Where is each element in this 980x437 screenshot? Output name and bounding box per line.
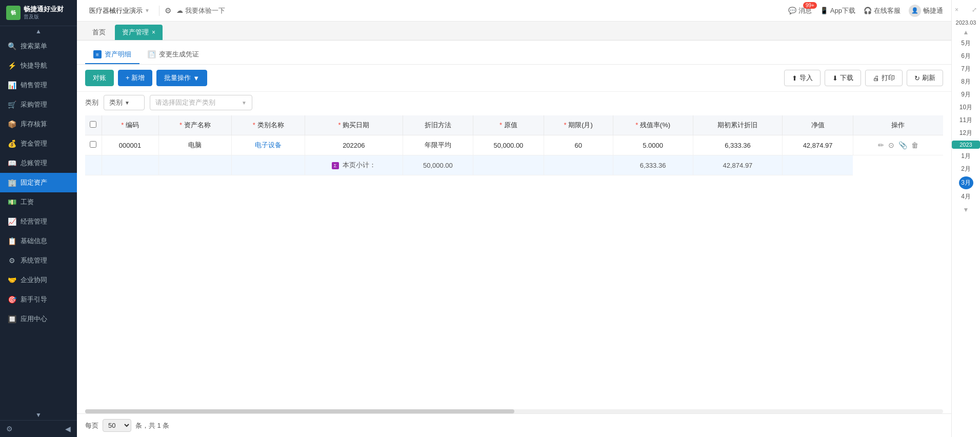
print-button[interactable]: 🖨 打印 bbox=[865, 70, 903, 86]
month-5[interactable]: 5月 bbox=[958, 37, 973, 50]
panel-down-nav[interactable]: ▼ bbox=[952, 205, 980, 214]
sidebar-item-ledger[interactable]: 📖 总账管理 bbox=[0, 153, 77, 173]
cell-name: 电脑 bbox=[158, 135, 232, 155]
month-7[interactable]: 7月 bbox=[958, 63, 973, 75]
print-label: 打印 bbox=[882, 73, 895, 83]
gear-icon[interactable]: ⚙ bbox=[165, 6, 171, 15]
month-12[interactable]: 12月 bbox=[958, 127, 973, 140]
attach-icon[interactable]: 📎 bbox=[898, 141, 907, 149]
category-type-value: 类别 bbox=[109, 98, 123, 107]
cell-code: 000001 bbox=[102, 135, 158, 155]
batch-ops-label: 批量操作 bbox=[164, 73, 191, 83]
month-3-current[interactable]: 3月 bbox=[959, 176, 973, 189]
sidebar-item-basic-info[interactable]: 📋 基础信息 bbox=[0, 231, 77, 251]
avatar: 👤 bbox=[909, 5, 921, 17]
sidebar-scroll-up[interactable]: ▲ bbox=[0, 26, 77, 36]
app-download-label: App下载 bbox=[830, 6, 855, 15]
sidebar-item-payroll[interactable]: 💵 工资 bbox=[0, 192, 77, 212]
topbar: 医疗器械行业演示 ▼ ⚙ ☁ 我要体验一下 💬 消息 99+ 📱 App下载 🎧… bbox=[77, 0, 951, 22]
reconcile-button[interactable]: 对账 bbox=[85, 70, 114, 86]
month-2[interactable]: 2月 bbox=[959, 163, 973, 175]
select-all-checkbox[interactable] bbox=[90, 121, 96, 128]
month-11[interactable]: 11月 bbox=[958, 114, 973, 127]
new-button[interactable]: + 新增 bbox=[118, 70, 152, 86]
asset-category-placeholder: 请选择固定资产类别 bbox=[155, 98, 215, 107]
month-1[interactable]: 1月 bbox=[959, 150, 973, 163]
tab-asset-detail[interactable]: ≡ 资产明细 bbox=[85, 46, 139, 64]
subtotal-empty-4 bbox=[232, 155, 305, 175]
col-dep-method: 折旧方法 bbox=[403, 115, 473, 135]
delete-icon[interactable]: 🗑 bbox=[911, 141, 918, 149]
tab-home[interactable]: 首页 bbox=[85, 25, 113, 40]
panel-collapse-icon[interactable]: × bbox=[955, 6, 958, 13]
online-support-label: 在线客服 bbox=[874, 6, 901, 15]
sidebar-item-quick-nav[interactable]: ⚡ 快捷导航 bbox=[0, 56, 77, 75]
sidebar-item-system[interactable]: ⚙ 系统管理 bbox=[0, 251, 77, 270]
app-logo: 畅 bbox=[6, 6, 21, 20]
sidebar-item-guide[interactable]: 🎯 新手引导 bbox=[0, 290, 77, 309]
panel-expand-icon[interactable]: ⤢ bbox=[972, 6, 977, 13]
select-all-header[interactable] bbox=[85, 115, 102, 135]
cloud-icon: ☁ bbox=[176, 7, 183, 14]
sidebar-item-label: 资金管理 bbox=[21, 139, 47, 148]
subtotal-empty-7 bbox=[783, 155, 853, 175]
panel-up-nav[interactable]: ▲ bbox=[952, 28, 980, 37]
finance-icon: 💰 bbox=[7, 139, 16, 148]
row-checkbox-cell[interactable] bbox=[85, 135, 102, 155]
messages-btn[interactable]: 💬 消息 99+ bbox=[788, 6, 812, 15]
subtotal-net-value: 42,874.97 bbox=[693, 155, 783, 175]
subtotal-empty-3 bbox=[158, 155, 232, 175]
sidebar-nav: 🔍 搜索菜单 ⚡ 快捷导航 📊 销售管理 🛒 采购管理 📦 库存核算 💰 资金管… bbox=[0, 36, 77, 410]
month-10[interactable]: 10月 bbox=[958, 101, 973, 114]
sidebar-item-purchase[interactable]: 🛒 采购管理 bbox=[0, 95, 77, 114]
settings-icon[interactable]: ⚙ bbox=[6, 425, 13, 433]
sidebar-item-enterprise[interactable]: 🤝 企业协同 bbox=[0, 270, 77, 290]
tab-close-icon[interactable]: × bbox=[152, 29, 155, 36]
tab-asset-management[interactable]: 资产管理 × bbox=[115, 25, 163, 40]
batch-ops-button[interactable]: 批量操作 ▼ bbox=[156, 70, 207, 86]
right-panel: × ⤢ 2023.03 ▲ 5月 6月 7月 8月 9月 10月 11月 12月… bbox=[951, 0, 980, 437]
action-buttons: ✏ ⊙ 📎 🗑 bbox=[857, 141, 939, 149]
tab-change-voucher[interactable]: 📄 变更生成凭证 bbox=[139, 46, 207, 64]
experience-text: 我要体验一下 bbox=[185, 6, 225, 15]
sidebar-item-app-center[interactable]: 🔲 应用中心 bbox=[0, 309, 77, 329]
subtotal-label-cell: Σ 本页小计： bbox=[305, 155, 403, 175]
user-menu[interactable]: 👤 畅捷通 bbox=[909, 5, 943, 17]
collapse-icon[interactable]: ◀ bbox=[65, 425, 71, 433]
page-size-select[interactable]: 50 100 200 bbox=[103, 419, 131, 432]
category-type-select[interactable]: 类别 ▼ bbox=[104, 95, 145, 110]
experience-btn[interactable]: ☁ 我要体验一下 bbox=[176, 6, 225, 15]
curr-year-months: 1月 2月 3月 4月 bbox=[959, 150, 973, 203]
edit-icon[interactable]: ✏ bbox=[878, 141, 884, 149]
month-9[interactable]: 9月 bbox=[958, 88, 973, 101]
row-checkbox[interactable] bbox=[90, 141, 96, 148]
right-panel-header: × ⤢ bbox=[952, 4, 980, 17]
sidebar-scroll-down[interactable]: ▼ bbox=[0, 410, 77, 420]
download-button[interactable]: ⬇ 下载 bbox=[825, 70, 861, 86]
online-support-btn[interactable]: 🎧 在线客服 bbox=[864, 6, 901, 15]
sidebar-item-finance[interactable]: 💰 资金管理 bbox=[0, 134, 77, 153]
sidebar-item-search[interactable]: 🔍 搜索菜单 bbox=[0, 36, 77, 56]
month-4[interactable]: 4月 bbox=[959, 190, 973, 203]
app-download-btn[interactable]: 📱 App下载 bbox=[820, 6, 855, 15]
cell-original-value: 50,000.00 bbox=[473, 135, 544, 155]
year-2023-label[interactable]: 2023 bbox=[952, 141, 980, 149]
cell-period: 60 bbox=[544, 135, 613, 155]
month-6[interactable]: 6月 bbox=[958, 50, 973, 63]
sidebar-item-operations[interactable]: 📈 经营管理 bbox=[0, 212, 77, 231]
sidebar-item-fixed-assets[interactable]: 🏢 固定资产 bbox=[0, 173, 77, 192]
import-button[interactable]: ⬆ 导入 bbox=[784, 70, 821, 86]
copy-icon[interactable]: ⊙ bbox=[888, 141, 894, 149]
chevron-down-icon: ▼ bbox=[145, 8, 150, 13]
month-8[interactable]: 8月 bbox=[958, 75, 973, 88]
asset-category-select[interactable]: 请选择固定资产类别 ▼ bbox=[150, 95, 252, 110]
h-scrollbar-track[interactable] bbox=[85, 409, 943, 413]
sidebar-item-inventory[interactable]: 📦 库存核算 bbox=[0, 114, 77, 134]
category-label: 类别 bbox=[85, 98, 98, 107]
sidebar-item-sales[interactable]: 📊 销售管理 bbox=[0, 75, 77, 95]
sidebar: 畅 畅捷通好业财 普及版 ▲ 🔍 搜索菜单 ⚡ 快捷导航 📊 销售管理 🛒 采购… bbox=[0, 0, 77, 437]
company-selector[interactable]: 医疗器械行业演示 ▼ bbox=[85, 4, 154, 17]
refresh-button[interactable]: ↻ 刷新 bbox=[907, 70, 943, 86]
h-scrollbar-thumb[interactable] bbox=[85, 409, 514, 413]
sidebar-item-label: 工资 bbox=[21, 197, 34, 207]
